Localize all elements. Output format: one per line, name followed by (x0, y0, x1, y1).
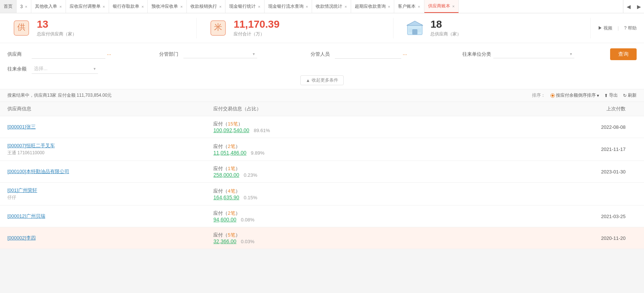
sort-option-label: 按应付余额倒序排序 (556, 92, 596, 99)
transaction-amount-link[interactable]: 258,000.00 (213, 172, 239, 178)
transaction-amount-link[interactable]: 100,092,540.00 (213, 127, 249, 133)
close-tab-tab3-icon[interactable]: × (25, 4, 27, 9)
nav-tab-other-income[interactable]: 其他收入单× (31, 0, 66, 13)
nav-tab-overdue-ar[interactable]: 超期应收款查询× (351, 0, 394, 13)
transaction-percent: 9.89% (251, 150, 265, 156)
filter-dept: 分管部门 ▾ (159, 50, 300, 58)
table-row: [000002]李四应付（5笔）32,366.000.03%2020-11-20 (0, 227, 644, 249)
nav-tab-tab3[interactable]: 3× (17, 0, 31, 13)
person-filter-input[interactable] (335, 50, 401, 59)
supplier-info-cell: [000007]恒旺二手叉车王通 17106110000 (7, 142, 213, 156)
nav-tab-bank-deposit[interactable]: 银行存取款单× (109, 0, 148, 13)
filter-category: 往来单位分类 ▾ (462, 50, 603, 58)
svg-marker-5 (407, 21, 423, 25)
close-tab-cash-bank-flow-icon[interactable]: × (306, 4, 308, 9)
table-header: 供应商信息 应付交易信息（占比） 上次付数 (0, 102, 644, 116)
close-tab-other-income-icon[interactable]: × (59, 4, 62, 9)
svg-rect-8 (417, 28, 421, 32)
last-pay-cell: 2023-01-30 (461, 169, 637, 175)
table-row: [000012]广州贝瑞应付（2笔）94,600.000.08%2021-03-… (0, 206, 644, 227)
total-suppliers-value: 18 (430, 19, 461, 30)
nav-tab-prepay-offset[interactable]: 预收冲应收单× (148, 0, 186, 13)
close-tab-prepay-offset-icon[interactable]: × (180, 4, 182, 9)
supplier-name-link[interactable]: [000012]广州贝瑞 (7, 213, 213, 220)
table-row: [001]广州荣轩仔仔应付（4笔）164,635.900.15% (0, 183, 644, 206)
svg-text:供: 供 (17, 23, 25, 32)
sort-radio-icon (550, 93, 555, 98)
filter-supplier: 供应商 ··· (7, 50, 148, 59)
nav-tab-cash-bank-flow[interactable]: 现金银行流水查询× (265, 0, 312, 13)
sort-chevron-down-icon: ▾ (597, 93, 599, 98)
nav-tab-ar-ap-adjust[interactable]: 应收应付调整单× (66, 0, 109, 13)
balance-filter-select[interactable]: 选择... ▾ (32, 64, 98, 74)
result-text: 搜索结果中，供应商13家 应付金额 111,703,854.00元 (7, 92, 532, 99)
nav-tab-collection-stats[interactable]: 收款情况统计× (312, 0, 351, 13)
video-link[interactable]: ▶ 视频 (598, 25, 612, 31)
nav-tab-cash-bank-stats[interactable]: 现金银行统计× (225, 0, 264, 13)
nav-tab-supplier-ledger[interactable]: 供应商账本× (424, 0, 459, 13)
dept-filter-select[interactable]: ▾ (183, 50, 257, 58)
supplier-name-link[interactable]: [000001]张三 (7, 124, 213, 130)
refresh-button[interactable]: ↻ 刷新 (623, 92, 637, 99)
nav-tab-customer-ledger[interactable]: 客户账本× (394, 0, 424, 13)
nav-tab-collection-verify[interactable]: 收款核销执行× (187, 0, 225, 13)
col-header-transaction: 应付交易信息（占比） (213, 106, 461, 112)
transaction-label: 应付（2笔） (213, 143, 461, 150)
balance-chevron-down-icon: ▾ (94, 66, 96, 71)
supplier-name-link[interactable]: [001]广州荣轩 (7, 187, 213, 194)
category-chevron-down-icon: ▾ (570, 52, 572, 56)
close-tab-overdue-ar-icon[interactable]: × (388, 4, 390, 9)
close-tab-collection-verify-icon[interactable]: × (219, 4, 221, 9)
supplier-contact: 仔仔 (7, 194, 213, 201)
help-link[interactable]: ? 帮助 (624, 25, 637, 31)
supplier-contact: 王通 17106110000 (7, 150, 213, 156)
table-body: [000001]张三应付（15笔）100,092,540.0089.61%202… (0, 116, 644, 249)
transaction-amount-link[interactable]: 94,600.00 (213, 217, 236, 223)
last-pay-cell: 2020-11-20 (461, 235, 637, 241)
sort-option-ap-desc[interactable]: 按应付余额倒序排序 ▾ (550, 92, 599, 99)
transaction-percent: 0.23% (244, 172, 257, 178)
query-button[interactable]: 查询 (610, 48, 637, 60)
refresh-icon: ↻ (623, 93, 627, 98)
transaction-amount-link[interactable]: 164,635.90 (213, 194, 239, 200)
nav-arrow-left[interactable]: ◀ (623, 0, 634, 13)
total-ap-suppliers-value: 13 (37, 19, 77, 30)
transaction-info-cell: 应付（2笔）11,051,486.009.89% (213, 143, 461, 156)
result-bar: 搜索结果中，供应商13家 应付金额 111,703,854.00元 排序： 按应… (0, 89, 644, 102)
close-tab-ar-ap-adjust-icon[interactable]: × (103, 4, 105, 9)
balance-filter-label: 往来余额 (7, 66, 29, 72)
svg-text:米: 米 (214, 23, 222, 32)
transaction-percent: 0.08% (241, 217, 255, 223)
filter-row-1: 供应商 ··· 分管部门 ▾ 分管人员 ··· 往来单位分类 ▾ 查询 (7, 48, 637, 60)
close-tab-bank-deposit-icon[interactable]: × (141, 4, 144, 9)
top-navigation: 首页3×其他收入单×应收应付调整单×银行存取款单×预收冲应收单×收款核销执行×现… (0, 0, 644, 13)
collapse-row: ▲ 收起更多条件 (7, 74, 637, 85)
nav-arrow-right[interactable]: ▶ (634, 0, 644, 13)
nav-tab-home[interactable]: 首页 (0, 0, 17, 13)
collapse-btn[interactable]: ▲ 收起更多条件 (300, 75, 344, 85)
transaction-label: 应付（1笔） (213, 165, 461, 172)
close-tab-customer-ledger-icon[interactable]: × (418, 4, 420, 9)
svg-rect-7 (409, 28, 412, 32)
supplier-name-link[interactable]: [000100]本特勤油品有限公司 (7, 168, 213, 175)
supplier-name-link[interactable]: [000002]李四 (7, 235, 213, 241)
close-tab-cash-bank-stats-icon[interactable]: × (258, 4, 260, 9)
export-button[interactable]: ⬆ 导出 (604, 92, 618, 99)
transaction-info-cell: 应付（5笔）32,366.000.03% (213, 232, 461, 244)
sort-area: 排序： 按应付余额倒序排序 ▾ ⬆ 导出 ↻ 刷新 (532, 92, 637, 99)
transaction-label: 应付（15笔） (213, 121, 461, 127)
supplier-name-link[interactable]: [000007]恒旺二手叉车 (7, 142, 213, 149)
sort-label: 排序： (532, 92, 545, 99)
transaction-percent: 0.15% (244, 195, 257, 200)
supplier-ellipsis-btn[interactable]: ··· (107, 51, 111, 57)
close-tab-collection-stats-icon[interactable]: × (344, 4, 347, 9)
transaction-amount-link[interactable]: 11,051,486.00 (213, 150, 246, 156)
person-ellipsis-btn[interactable]: ··· (403, 51, 407, 57)
transaction-amount-link[interactable]: 32,366.00 (213, 238, 236, 244)
total-ap-amount-label: 应付合计（万） (234, 31, 280, 37)
video-icon: ▶ (598, 25, 602, 31)
supplier-filter-input[interactable] (32, 50, 105, 59)
close-tab-supplier-ledger-icon[interactable]: × (452, 4, 455, 8)
filter-balance: 往来余额 选择... ▾ (7, 64, 637, 74)
category-filter-select[interactable]: ▾ (493, 50, 574, 58)
